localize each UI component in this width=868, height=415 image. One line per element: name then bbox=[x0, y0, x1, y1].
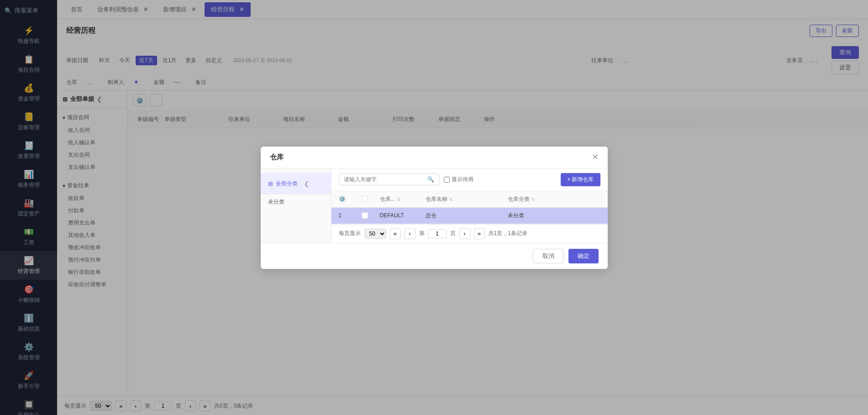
modal-left-collapse[interactable]: ❮ bbox=[300, 177, 313, 191]
modal-th-check bbox=[358, 191, 376, 207]
modal-right-panel: 🔍 显示停用 + 新增仓库 ⚙️ bbox=[331, 168, 608, 243]
modal-title: 仓库 bbox=[270, 153, 284, 162]
confirm-button[interactable]: 确定 bbox=[568, 249, 599, 263]
modal-prev-page[interactable]: ‹ bbox=[405, 228, 416, 239]
modal-page-size-select[interactable]: 50 bbox=[364, 229, 386, 239]
modal-td-code: DEFAULT bbox=[376, 208, 422, 224]
modal-left-all[interactable]: ⊞ 全部分类 ❮ bbox=[261, 173, 331, 194]
modal-toolbar: 🔍 显示停用 + 新增仓库 bbox=[331, 168, 608, 191]
search-icon-modal: 🔍 bbox=[427, 176, 434, 183]
modal-overlay: 仓库 ✕ ⊞ 全部分类 ❮ 未分类 bbox=[0, 0, 868, 415]
modal-th-category: 仓库分类⇅ bbox=[504, 191, 586, 207]
modal-next-page[interactable]: › bbox=[459, 228, 470, 239]
modal-search-input[interactable] bbox=[344, 176, 425, 183]
row-checkbox-1[interactable] bbox=[362, 212, 368, 219]
modal-search-container: 🔍 bbox=[339, 173, 439, 185]
modal-first-page[interactable]: « bbox=[390, 228, 401, 239]
modal-td-num: 1 bbox=[335, 208, 358, 224]
modal-td-name: 总仓 bbox=[422, 208, 504, 224]
grid-icon-modal: ⊞ bbox=[268, 180, 273, 187]
modal-td-category: 未分类 bbox=[504, 208, 586, 224]
show-disabled-label[interactable]: 显示停用 bbox=[444, 176, 473, 184]
modal-table-header: ⚙️ 仓库...⇅ 仓库名称⇅ 仓库分类⇅ bbox=[331, 191, 608, 208]
modal-th-gear: ⚙️ bbox=[335, 191, 358, 207]
modal-left-uncat[interactable]: 未分类 bbox=[261, 194, 331, 210]
modal-table: ⚙️ 仓库...⇅ 仓库名称⇅ 仓库分类⇅ bbox=[331, 191, 608, 224]
modal-body: ⊞ 全部分类 ❮ 未分类 🔍 显示停用 bbox=[261, 168, 608, 243]
modal-page-label: 第 bbox=[419, 230, 425, 237]
modal-actions: 取消 确定 bbox=[261, 243, 608, 269]
modal-total-text: 共1页，1条记录 bbox=[489, 230, 527, 237]
show-disabled-checkbox[interactable] bbox=[444, 177, 450, 183]
modal-left-panel: ⊞ 全部分类 ❮ 未分类 bbox=[261, 168, 331, 243]
modal-pagination: 每页显示 50 « ‹ 第 页 › » 共1页，1条记录 bbox=[331, 224, 608, 243]
modal-last-page[interactable]: » bbox=[474, 228, 485, 239]
modal-page-label2: 页 bbox=[450, 230, 456, 237]
modal-td-check bbox=[358, 208, 376, 224]
modal-th-name: 仓库名称⇅ bbox=[422, 191, 504, 207]
modal-th-code: 仓库...⇅ bbox=[376, 191, 422, 207]
modal-check-all[interactable] bbox=[362, 196, 368, 202]
modal-close-btn[interactable]: ✕ bbox=[592, 153, 599, 161]
modal-header: 仓库 ✕ bbox=[261, 147, 608, 168]
table-row[interactable]: 1 DEFAULT 总仓 未分类 bbox=[331, 208, 608, 224]
cancel-button[interactable]: 取消 bbox=[533, 249, 564, 263]
modal-page-size-label: 每页显示 bbox=[339, 230, 361, 237]
modal-page-input[interactable] bbox=[428, 229, 447, 238]
warehouse-modal: 仓库 ✕ ⊞ 全部分类 ❮ 未分类 bbox=[261, 147, 608, 269]
add-warehouse-button[interactable]: + 新增仓库 bbox=[561, 173, 600, 186]
